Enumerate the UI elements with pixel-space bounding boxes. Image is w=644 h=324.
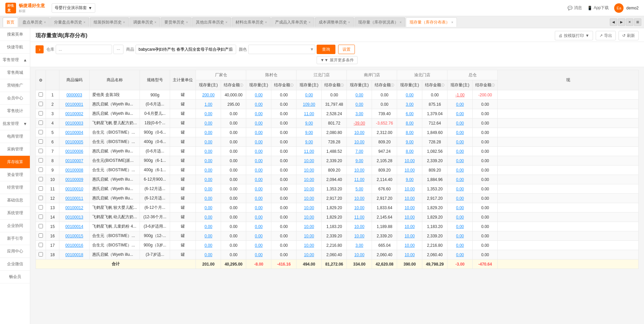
warehouse-input[interactable] (56, 45, 112, 54)
tab-material-out[interactable]: 材料出库单历史 × (232, 17, 271, 27)
cell-jiangbei-qty[interactable]: 10.00 (297, 203, 322, 213)
cell-factory-qty[interactable]: 0.00 (196, 109, 221, 119)
cell-factory-qty[interactable]: 0.00 (196, 231, 221, 241)
cell-checkbox[interactable] (36, 100, 46, 109)
cell-jiangbei-qty[interactable]: 10.00 (297, 194, 322, 203)
warehouse-dots-btn[interactable]: ··· (113, 45, 123, 54)
expand-conditions-btn[interactable]: ▼▼ 展开更多条件 (317, 56, 358, 64)
cell-code[interactable]: 00100005 (59, 137, 90, 147)
tab-close-transfer[interactable]: × (155, 20, 157, 24)
cell-chen-qty[interactable]: 0.00 (246, 147, 271, 156)
cell-code[interactable]: 00100001 (59, 100, 90, 109)
cell-yubei-qty[interactable]: 3.00 (397, 100, 422, 109)
cell-jiangbei-qty[interactable]: 0.00 (297, 90, 322, 100)
cell-chen-qty[interactable]: 0.00 (246, 222, 271, 231)
cell-chen-qty[interactable]: 0.00 (246, 137, 271, 147)
cell-total-qty[interactable]: 0.00 (447, 231, 473, 241)
cell-factory-qty[interactable]: 0.00 (196, 166, 221, 175)
export-btn[interactable]: ↗ 导出 (596, 31, 616, 40)
cell-checkbox[interactable] (36, 119, 46, 128)
cell-yubei-qty[interactable]: 10.00 (397, 231, 422, 241)
sidebar-item-basic[interactable]: 基础信息 (0, 194, 30, 207)
user-area[interactable]: Ea demo2 (614, 3, 639, 13)
tab-close-cost-adjust[interactable]: × (348, 20, 350, 24)
cell-code[interactable]: 00100018 (59, 250, 90, 260)
cell-code[interactable]: 00100004 (59, 128, 90, 137)
cell-total-qty[interactable]: 0.00 (447, 109, 473, 119)
cell-code[interactable]: 00100006 (59, 147, 90, 156)
cell-total-qty[interactable]: 0.00 (447, 184, 473, 194)
total-info-icon[interactable]: ⓘ (491, 83, 495, 87)
cell-jiangbei-qty[interactable]: 10.00 (297, 166, 322, 175)
cell-factory-qty[interactable]: 0.00 (196, 222, 221, 231)
cell-total-qty[interactable]: 0.00 (447, 194, 473, 203)
setting-btn[interactable]: 设置 (338, 45, 355, 54)
cell-chen-qty[interactable]: 0.00 (246, 231, 271, 241)
tab-combo[interactable]: 组装拆卸单历史 × (90, 17, 129, 27)
tab-close-fraction[interactable]: × (84, 20, 86, 24)
tab-close-all-btn[interactable]: ✕ (626, 18, 633, 26)
cell-factory-qty[interactable]: 0.00 (196, 203, 221, 213)
cell-chen-qty[interactable]: 0.00 (246, 90, 271, 100)
tab-transfer[interactable]: 调拨单历史 × (129, 17, 160, 27)
cell-chen-qty[interactable]: 0.00 (246, 100, 271, 109)
cell-nanan-qty[interactable]: 10.00 (347, 222, 372, 231)
sidebar-item-finance[interactable]: 资金管理 (0, 169, 30, 181)
sidebar-item-purchase[interactable]: 采购管理 (0, 143, 30, 156)
tab-close-stock-dist[interactable]: × (451, 20, 453, 24)
cell-yubei-qty[interactable]: 10.00 (397, 156, 422, 166)
cell-total-qty[interactable]: 0.00 (447, 222, 473, 231)
tab-close-request[interactable]: × (186, 20, 188, 24)
cell-nanan-qty[interactable]: 0.00 (347, 90, 372, 100)
cell-jiangbei-qty[interactable]: 10.00 (297, 213, 322, 222)
tab-request[interactable]: 要货单历史 × (161, 17, 192, 27)
cell-yubei-qty[interactable]: 10.00 (397, 222, 422, 231)
cell-factory-qty[interactable]: 0.00 (196, 241, 221, 250)
sidebar-item-system[interactable]: 系统管理 (0, 207, 30, 220)
cell-jiangbei-qty[interactable]: 9.00 (297, 119, 322, 128)
sidebar-item-inventory[interactable]: 库存核算 (0, 156, 30, 169)
cell-nanan-qty[interactable]: -39.00 (347, 119, 372, 128)
chen-info-icon[interactable]: ⓘ (290, 83, 293, 87)
cell-total-qty[interactable]: 0.00 (447, 119, 473, 128)
settings-icon[interactable]: ⚙ (39, 78, 43, 83)
cell-nanan-qty[interactable]: 5.00 (347, 184, 372, 194)
sidebar-item-shortcut[interactable]: 快捷导航 (0, 41, 30, 54)
cell-total-qty[interactable]: 0.00 (447, 147, 473, 156)
cell-checkbox[interactable] (36, 175, 46, 184)
tab-next-btn[interactable]: ▶ (618, 18, 625, 26)
cell-chen-qty[interactable]: 0.00 (246, 166, 271, 175)
sidebar-item-retail-mgmt[interactable]: 零售管理 ▲ (0, 54, 30, 66)
tab-close-inventory-single[interactable]: × (44, 20, 46, 24)
cell-checkbox[interactable] (36, 137, 46, 147)
cell-yubei-qty[interactable]: 10.00 (397, 203, 422, 213)
sidebar-item-member[interactable]: 会员中心 (0, 92, 30, 105)
cell-factory-qty[interactable]: 200.00 (196, 90, 221, 100)
sidebar-item-operation[interactable]: 经营管理 (0, 181, 30, 194)
message-nav[interactable]: 💬 消息 (568, 5, 582, 11)
sidebar-item-retail-mall[interactable]: 零售商城 (0, 66, 30, 79)
tab-home[interactable]: 首页 (3, 17, 18, 27)
cell-total-qty[interactable]: 0.00 (447, 175, 473, 184)
cell-chen-qty[interactable]: 0.00 (246, 119, 271, 128)
cell-nanan-qty[interactable]: 10.00 (347, 250, 372, 260)
cell-checkbox[interactable] (36, 90, 46, 100)
cell-yubei-qty[interactable]: 8.00 (397, 147, 422, 156)
tab-other-out[interactable]: 其他出库单历史 × (192, 17, 231, 27)
cell-yubei-qty[interactable]: 8.00 (397, 128, 422, 137)
cell-nanan-qty[interactable]: 3.00 (347, 241, 372, 250)
cell-code[interactable]: 00100014 (59, 222, 90, 231)
cell-checkbox[interactable] (36, 166, 46, 175)
cell-factory-qty[interactable]: 0.00 (196, 194, 221, 203)
cell-jiangbei-qty[interactable]: 10.00 (297, 184, 322, 194)
cell-chen-qty[interactable]: 0.00 (246, 203, 271, 213)
cell-total-qty[interactable]: -1.00 (447, 90, 473, 100)
cell-code[interactable]: 00100010 (59, 184, 90, 194)
cell-nanan-qty[interactable]: 11.00 (347, 175, 372, 184)
cell-jiangbei-qty[interactable]: 10.00 (297, 231, 322, 241)
sidebar-item-ecommerce[interactable]: 电商管理 (0, 130, 30, 143)
cell-yubei-qty[interactable]: 8.00 (397, 119, 422, 128)
cell-code[interactable]: 0000003 (59, 90, 90, 100)
yubei-info-icon[interactable]: ⓘ (441, 83, 444, 87)
sidebar-item-search[interactable]: 搜索英单 (0, 28, 30, 41)
